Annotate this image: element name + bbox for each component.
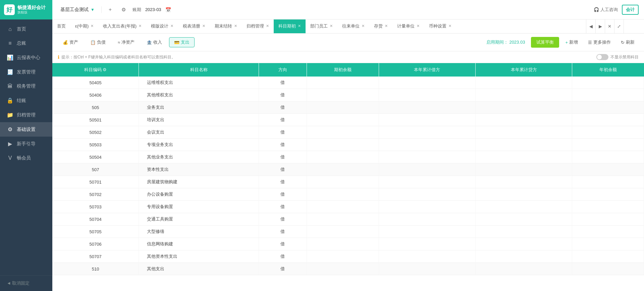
cell-code: 50703: [52, 201, 139, 213]
tab-close-icon[interactable]: ✕: [202, 24, 205, 28]
table-row[interactable]: 510 其他支出 借: [52, 263, 644, 275]
service-btn[interactable]: 🎧 人工咨询: [594, 7, 618, 13]
col-settings-icon[interactable]: ⚙: [103, 67, 107, 72]
guide-icon: ▶: [7, 141, 13, 147]
sidebar-item-reports[interactable]: 📊 云报表中心: [0, 50, 52, 65]
tab-annual-report[interactable]: 收入支出表(年报) ✕: [98, 19, 146, 34]
tab-prev-btn[interactable]: ◀: [586, 19, 596, 34]
tab-close-icon[interactable]: ✕: [170, 24, 173, 28]
table-row[interactable]: 50707 其他资本性支出 借: [52, 250, 644, 263]
filter-tab-expenditure[interactable]: 💳 支出: [169, 37, 195, 47]
reports-icon: 📊: [7, 54, 13, 61]
table-row[interactable]: 50503 专项业务支出 借: [52, 139, 644, 151]
table-row[interactable]: 50701 房屋建筑物购建 借: [52, 176, 644, 188]
cell-ytd-debit: [379, 89, 475, 101]
sidebar-item-home[interactable]: ⌂ 首页: [0, 22, 52, 36]
tab-next-btn[interactable]: ▶: [596, 19, 605, 34]
table-row[interactable]: 50704 交通工具购置 借: [52, 213, 644, 226]
refresh-btn[interactable]: ↻ 刷新: [617, 37, 639, 47]
tab-period-end[interactable]: 期末结转 ✕: [210, 19, 242, 34]
cell-opening: [307, 226, 379, 238]
cell-ytd-credit: [476, 201, 572, 213]
cell-ytd-debit: [379, 263, 475, 275]
tab-tax-list[interactable]: 税表清册 ✕: [178, 19, 210, 34]
cell-ytd-debit: [379, 213, 475, 226]
hint-bar: ℹ 提示：按Ctrl + F键并输入科目编码或者科目名称可以查找科目。 不显示禁…: [52, 51, 644, 63]
tab-expand-btn[interactable]: ⤢: [614, 19, 624, 34]
table-row[interactable]: 50406 其他维权支出 借: [52, 89, 644, 101]
table-row[interactable]: 50705 大型修缮 借: [52, 226, 644, 238]
tab-units[interactable]: 计量单位 ✕: [392, 19, 424, 34]
cell-name: 其他维权支出: [139, 89, 259, 101]
col-ytd-debit: 本年累计借方: [379, 63, 475, 77]
company-name: 基层工会测试: [60, 7, 89, 13]
tab-close-icon[interactable]: ✕: [234, 24, 237, 28]
tab-template[interactable]: 模版设计 ✕: [146, 19, 178, 34]
tab-label: 计量单位: [397, 23, 415, 29]
tab-close-icon[interactable]: ✕: [91, 24, 94, 28]
table-row[interactable]: 505 业务支出 借: [52, 101, 644, 114]
table-row[interactable]: 507 资本性支出 借: [52, 163, 644, 176]
tab-contacts[interactable]: 往来单位 ✕: [337, 19, 369, 34]
tab-close-icon[interactable]: ✕: [448, 24, 451, 28]
calendar-icon[interactable]: 📅: [165, 7, 171, 12]
cell-opening: [307, 213, 379, 226]
tab-home[interactable]: 首页: [52, 19, 70, 34]
table-row[interactable]: 50405 运维维权支出 借: [52, 77, 644, 89]
tab-inventory[interactable]: 存货 ✕: [369, 19, 392, 34]
tab-close-icon[interactable]: ✕: [362, 24, 365, 28]
sidebar-item-member[interactable]: V 畅会员: [0, 151, 52, 165]
sidebar-item-invoice[interactable]: 🧾 发票管理: [0, 65, 52, 79]
cell-code: 50701: [52, 176, 139, 188]
tab-close-icon[interactable]: ✕: [385, 24, 388, 28]
cell-ytd-debit: [379, 201, 475, 213]
tab-midterm[interactable]: ε(中期) ✕: [70, 19, 98, 34]
settings-gear-btn[interactable]: ⚙: [119, 5, 128, 14]
collapse-sidebar-btn[interactable]: ◄ 取消固定: [0, 275, 52, 291]
company-selector[interactable]: 基层工会测试 ▼: [58, 5, 97, 14]
tab-close-icon[interactable]: ✕: [298, 24, 301, 28]
table-row[interactable]: 50702 办公设备购置 借: [52, 188, 644, 201]
tab-department[interactable]: 部门员工 ✕: [306, 19, 337, 34]
cell-dir: 借: [259, 188, 307, 201]
tab-subject-opening[interactable]: 科目期初 ✕: [274, 19, 306, 34]
filter-tab-liabilities[interactable]: 📋 负债: [85, 37, 111, 47]
add-btn[interactable]: + 新增: [561, 37, 582, 47]
cell-dir: 借: [259, 176, 307, 188]
sidebar-item-archive[interactable]: 📁 归档管理: [0, 108, 52, 122]
tab-close-icon[interactable]: ✕: [139, 24, 142, 28]
tabbar: 首页 ε(中期) ✕ 收入支出表(年报) ✕ 模版设计 ✕ 税表清册 ✕ 期末结…: [52, 19, 644, 34]
cell-code: 50706: [52, 238, 139, 250]
tab-archive[interactable]: 归档管理 ✕: [242, 19, 274, 34]
table-row[interactable]: 50703 专用设备购置 借: [52, 201, 644, 213]
cell-year-opening: [572, 238, 644, 250]
sidebar-item-guide[interactable]: ▶ 新手引导: [0, 137, 52, 151]
filter-tab-assets[interactable]: 💰 资产: [58, 37, 83, 47]
tab-close-icon[interactable]: ✕: [417, 24, 420, 28]
sidebar-item-ledger[interactable]: ≡ 总账: [0, 36, 52, 50]
table-row[interactable]: 50502 会议支出 借: [52, 126, 644, 139]
tab-close-all-btn[interactable]: ✕: [605, 19, 614, 34]
cell-year-opening: [572, 213, 644, 226]
cell-ytd-credit: [476, 188, 572, 201]
table-row[interactable]: 50504 其他业务支出 借: [52, 151, 644, 163]
account-btn[interactable]: 会计: [622, 5, 639, 15]
filter-tab-income[interactable]: 🏦 收入: [142, 37, 167, 47]
add-company-btn[interactable]: ＋: [106, 5, 115, 14]
toggle-switch[interactable]: [596, 54, 608, 60]
sidebar-item-settings[interactable]: ⚙ 基础设置: [0, 122, 52, 137]
sidebar-item-close[interactable]: 🔒 结账: [0, 93, 52, 108]
more-btn[interactable]: ☰ 更多操作: [584, 37, 615, 47]
company-arrow-icon: ▼: [91, 7, 95, 12]
table-row[interactable]: 50706 信息网络购建 借: [52, 238, 644, 250]
cell-code: 50704: [52, 213, 139, 226]
filter-tab-net-assets[interactable]: ≈ 净资产: [113, 37, 140, 47]
topbar-divider: [101, 6, 102, 13]
cell-year-opening: [572, 114, 644, 126]
tab-currency[interactable]: 币种设置 ✕: [424, 19, 456, 34]
table-row[interactable]: 50501 培训支出 借: [52, 114, 644, 126]
tab-close-icon[interactable]: ✕: [266, 24, 269, 28]
balance-btn[interactable]: 试算平衡: [531, 37, 559, 48]
sidebar-item-tax[interactable]: 🏛 税务管理: [0, 79, 52, 93]
tab-close-icon[interactable]: ✕: [330, 24, 333, 28]
